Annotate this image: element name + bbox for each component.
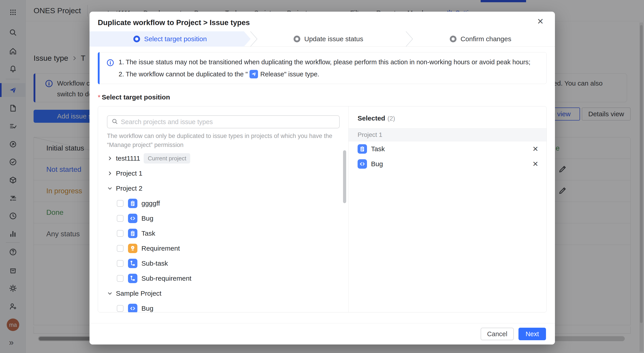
selected-item-row: Task✕: [349, 141, 546, 156]
notice-line-2-suffix: Release" issue type.: [260, 71, 319, 78]
checkbox[interactable]: [117, 260, 124, 267]
step-2[interactable]: Update issue status: [250, 31, 406, 47]
bug-icon: [128, 304, 138, 312]
subtask-icon: [128, 274, 138, 283]
step-separator-chevron: [406, 31, 413, 47]
requirement-icon: [128, 244, 138, 253]
bug-icon: [358, 159, 367, 169]
step-label: Update issue status: [304, 35, 363, 43]
selected-item-label: Task: [371, 145, 385, 153]
task-icon: [128, 229, 138, 238]
step-indicator: Select target positionUpdate issue statu…: [90, 31, 555, 47]
next-button[interactable]: Next: [518, 328, 546, 340]
issue-type-label: Bug: [142, 305, 153, 312]
modal-footer: Cancel Next: [90, 323, 555, 344]
tree-project-row[interactable]: test1111Current project: [107, 151, 340, 166]
selected-title: Selected: [358, 115, 385, 122]
project-label: Project 2: [116, 185, 142, 192]
step-1[interactable]: Select target position: [90, 31, 250, 47]
notice-line-2-prefix: 2. The workflow cannot be duplicated to …: [118, 71, 248, 78]
chevron-right-icon[interactable]: [107, 170, 113, 176]
checkbox[interactable]: [117, 245, 124, 252]
tree-issue-type-row[interactable]: Bug: [107, 211, 340, 226]
tree-issue-type-row[interactable]: Sub-requirement: [107, 271, 340, 286]
tree-project-row[interactable]: Project 1: [107, 166, 340, 181]
tree-issue-type-row[interactable]: Requirement: [107, 241, 340, 256]
subtask-icon: [128, 259, 138, 268]
issue-type-label: Bug: [142, 215, 153, 222]
issue-type-label: Sub-requirement: [142, 275, 191, 282]
task-icon: [128, 199, 138, 208]
issue-type-label: Task: [142, 230, 155, 237]
search-input[interactable]: [121, 118, 335, 126]
step-label: Confirm changes: [460, 35, 511, 43]
tree-issue-type-row[interactable]: Task: [107, 226, 340, 241]
issue-type-label: Requirement: [142, 245, 180, 252]
project-tree-panel: The workflow can only be duplicated to i…: [98, 106, 349, 312]
required-asterisk: *: [98, 93, 100, 101]
issue-type-label: ggggff: [142, 200, 160, 207]
step-separator-chevron: [250, 31, 257, 47]
selected-item-label: Bug: [371, 160, 383, 168]
current-project-badge: Current project: [144, 153, 190, 164]
modal-title: Duplicate workflow to Project > Issue ty…: [98, 18, 250, 27]
search-box: [107, 115, 340, 128]
cancel-button[interactable]: Cancel: [481, 328, 514, 340]
selected-group-header: Project 1: [349, 128, 546, 141]
close-icon[interactable]: ✕: [537, 18, 544, 26]
tree-issue-type-row[interactable]: Sub-task: [107, 256, 340, 271]
project-label: Project 1: [116, 170, 142, 177]
chevron-down-icon[interactable]: [107, 290, 113, 296]
step-status-icon: [133, 36, 140, 42]
step-status-icon: [450, 36, 456, 42]
project-label: Sample Project: [116, 290, 161, 297]
tree-project-row[interactable]: Sample Project: [107, 286, 340, 301]
bug-icon: [128, 214, 138, 223]
remove-icon[interactable]: ✕: [532, 145, 538, 153]
checkbox[interactable]: [117, 215, 124, 222]
project-label: test1111: [116, 155, 140, 162]
tree-issue-type-row[interactable]: ggggff: [107, 196, 340, 211]
release-icon: [250, 70, 258, 78]
duplicate-notice: 1. The issue status may not be transitio…: [98, 52, 547, 84]
notice-line-1: 1. The issue status may not be transitio…: [118, 59, 530, 66]
permission-helper-text: The workflow can only be duplicated to i…: [107, 132, 338, 149]
checkbox[interactable]: [117, 200, 124, 207]
field-label-text: Select target position: [102, 93, 170, 101]
chevron-down-icon[interactable]: [107, 185, 113, 191]
step-label: Select target position: [144, 35, 207, 43]
step-status-icon: [294, 36, 300, 42]
selected-count: (2): [387, 115, 395, 122]
checkbox[interactable]: [117, 275, 124, 282]
selected-item-row: Bug✕: [349, 156, 546, 171]
checkbox[interactable]: [117, 305, 124, 312]
project-tree: test1111Current projectProject 1Project …: [107, 151, 340, 312]
chevron-right-icon[interactable]: [107, 155, 113, 161]
remove-icon[interactable]: ✕: [532, 160, 538, 168]
step-3[interactable]: Confirm changes: [406, 31, 555, 47]
field-label: * Select target position: [98, 92, 547, 102]
task-icon: [358, 144, 367, 154]
info-icon: [106, 59, 114, 67]
issue-type-label: Sub-task: [142, 260, 168, 267]
search-icon: [112, 118, 118, 126]
notice-line-2: 2. The workflow cannot be duplicated to …: [118, 70, 319, 78]
target-selector: The workflow can only be duplicated to i…: [98, 106, 547, 312]
checkbox[interactable]: [117, 230, 124, 237]
tree-scrollbar-thumb[interactable]: [343, 150, 346, 203]
tree-project-row[interactable]: Project 2: [107, 181, 340, 196]
selected-header: Selected (2): [349, 106, 546, 122]
selected-panel: Selected (2) Project 1 Task✕Bug✕: [349, 106, 546, 312]
duplicate-workflow-modal: Duplicate workflow to Project > Issue ty…: [90, 12, 555, 344]
tree-issue-type-row[interactable]: Bug: [107, 301, 340, 312]
